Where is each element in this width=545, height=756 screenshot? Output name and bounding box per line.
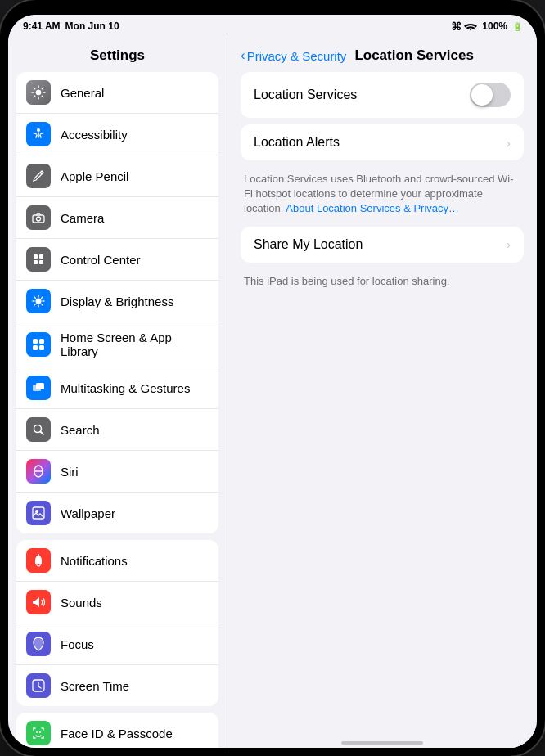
sidebar-item-apple-pencil[interactable]: Apple Pencil [16, 155, 218, 197]
notifications-label: Notifications [61, 554, 209, 568]
location-services-row: Location Services [241, 72, 524, 118]
location-services-toggle[interactable] [470, 83, 511, 107]
home-indicator-area [227, 731, 537, 748]
nav-current-title: Location Services [354, 47, 474, 64]
sidebar-group-1: General Accessibility Apple Pencil [16, 72, 218, 533]
multitasking-icon [26, 376, 51, 400]
content-area: Settings General Accessibility [8, 38, 537, 748]
svg-rect-6 [34, 260, 38, 264]
detail-nav: ‹ Privacy & Security Location Services [227, 38, 537, 72]
svg-rect-7 [39, 260, 43, 264]
general-icon [26, 80, 51, 105]
detail-pane: ‹ Privacy & Security Location Services L… [227, 38, 537, 748]
location-alerts-row[interactable]: Location Alerts › [241, 124, 524, 160]
sidebar: Settings General Accessibility [8, 38, 227, 748]
wallpaper-label: Wallpaper [61, 506, 209, 520]
face-id-label: Face ID & Passcode [61, 727, 209, 740]
home-bar [341, 741, 423, 745]
share-location-chevron-icon: › [507, 237, 511, 251]
back-button[interactable]: ‹ Privacy & Security [241, 47, 346, 64]
share-location-row[interactable]: Share My Location › [241, 227, 524, 263]
sidebar-group-3: Face ID & Passcode Privacy & Security [16, 713, 218, 748]
search-label: Search [61, 423, 209, 437]
share-location-card: Share My Location › [241, 227, 524, 263]
date: Mon Jun 10 [65, 20, 119, 32]
focus-icon [26, 632, 51, 656]
location-services-card: Location Services [241, 72, 524, 118]
sounds-label: Sounds [61, 596, 209, 610]
time: 9:41 AM [23, 20, 61, 32]
display-icon [26, 289, 51, 313]
location-services-label: Location Services [254, 88, 470, 102]
sidebar-item-multitasking[interactable]: Multitasking & Gestures [16, 367, 218, 409]
control-center-icon [26, 247, 51, 272]
status-right: ⌘ 100% 🔋 [451, 20, 522, 33]
screen-time-label: Screen Time [61, 679, 209, 693]
share-note-card: This iPad is being used for location sha… [241, 269, 524, 299]
sidebar-item-siri[interactable]: Siri [16, 451, 218, 493]
screen: 9:41 AM Mon Jun 10 ⌘ 100% 🔋 Settings [8, 15, 537, 748]
back-chevron-icon: ‹ [241, 47, 245, 64]
detail-content: Location Services Location Alerts › [227, 72, 537, 731]
battery: 100% [482, 20, 507, 32]
siri-label: Siri [61, 465, 209, 479]
battery-icon: 🔋 [512, 22, 522, 31]
sidebar-item-homescreen[interactable]: Home Screen & App Library [16, 322, 218, 367]
svg-point-0 [36, 90, 41, 95]
accessibility-icon [26, 122, 51, 146]
notifications-icon [26, 548, 51, 573]
focus-label: Focus [61, 637, 209, 651]
camera-icon [26, 205, 51, 230]
sidebar-item-camera[interactable]: Camera [16, 197, 218, 239]
sidebar-item-wallpaper[interactable]: Wallpaper [16, 493, 218, 533]
sidebar-item-screen-time[interactable]: Screen Time [16, 665, 218, 706]
svg-point-1 [37, 128, 40, 132]
sidebar-item-face-id[interactable]: Face ID & Passcode [16, 713, 218, 748]
svg-rect-5 [39, 254, 43, 259]
nav-back-label: Privacy & Security [247, 49, 347, 63]
screen-time-icon [26, 673, 51, 698]
sidebar-item-display[interactable]: Display & Brightness [16, 281, 218, 322]
sidebar-item-control-center[interactable]: Control Center [16, 239, 218, 281]
control-center-label: Control Center [61, 253, 209, 267]
general-label: General [61, 86, 209, 100]
svg-point-17 [35, 510, 38, 513]
location-alerts-card: Location Alerts › [241, 124, 524, 160]
accessibility-label: Accessibility [61, 128, 209, 142]
svg-rect-14 [36, 383, 44, 389]
siri-icon [26, 459, 51, 484]
homescreen-label: Home Screen & App Library [61, 331, 209, 358]
sidebar-item-notifications[interactable]: Notifications [16, 540, 218, 582]
share-location-label: Share My Location [254, 237, 507, 252]
sidebar-item-focus[interactable]: Focus [16, 623, 218, 665]
location-alerts-label: Location Alerts [254, 135, 507, 150]
sidebar-item-search[interactable]: Search [16, 409, 218, 451]
sidebar-item-general[interactable]: General [16, 72, 218, 114]
svg-rect-10 [39, 339, 44, 344]
sidebar-group-2: Notifications Sounds Focus [16, 540, 218, 706]
display-label: Display & Brightness [61, 295, 209, 308]
status-bar: 9:41 AM Mon Jun 10 ⌘ 100% 🔋 [8, 15, 537, 38]
search-icon [26, 417, 51, 442]
svg-rect-9 [33, 339, 38, 344]
toggle-thumb [471, 84, 493, 106]
sidebar-title: Settings [8, 38, 227, 72]
svg-point-22 [39, 731, 41, 733]
wallpaper-icon [26, 501, 51, 525]
apple-pencil-icon [26, 164, 51, 188]
description-link[interactable]: About Location Services & Privacy… [286, 202, 459, 214]
homescreen-icon [26, 332, 51, 357]
svg-rect-4 [34, 254, 38, 259]
sidebar-item-sounds[interactable]: Sounds [16, 582, 218, 623]
camera-label: Camera [61, 211, 209, 225]
status-left: 9:41 AM Mon Jun 10 [23, 20, 119, 32]
svg-point-21 [36, 731, 38, 733]
svg-point-8 [36, 299, 42, 304]
svg-rect-12 [39, 345, 44, 350]
sidebar-item-accessibility[interactable]: Accessibility [16, 114, 218, 155]
face-id-icon [26, 721, 51, 745]
sounds-icon [26, 590, 51, 614]
ipad-device: 9:41 AM Mon Jun 10 ⌘ 100% 🔋 Settings [0, 0, 545, 756]
svg-point-19 [38, 554, 39, 556]
svg-rect-11 [33, 345, 38, 350]
